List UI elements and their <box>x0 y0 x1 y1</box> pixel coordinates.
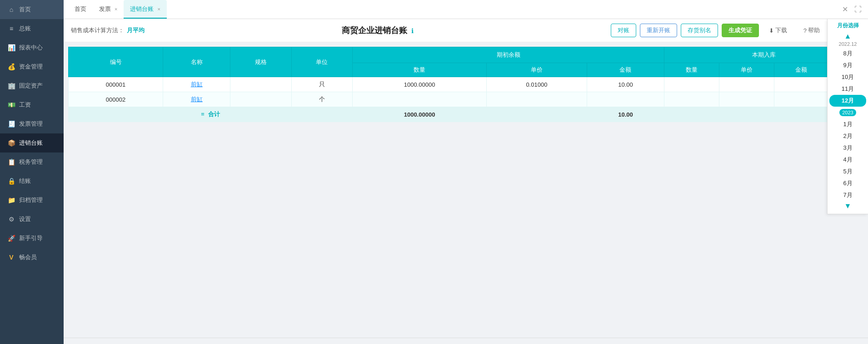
month-2[interactable]: 2月 <box>829 130 866 142</box>
sidebar-item-fund[interactable]: 💰 资金管理 <box>0 57 64 76</box>
month-10[interactable]: 10月 <box>829 71 866 83</box>
month-7[interactable]: 7月 <box>829 189 866 201</box>
archive-icon: 📁 <box>7 197 15 204</box>
tab-invoice-close[interactable]: × <box>115 6 117 12</box>
help-button[interactable]: ? 帮助 <box>797 24 826 37</box>
sidebar-item-settings[interactable]: ⚙ 设置 <box>0 210 64 229</box>
vip-icon: V <box>7 254 15 261</box>
year-2023-tag: 2023 <box>839 109 856 116</box>
table-total-row: ≡ 合计 1000.00000 10.00 <box>69 107 863 122</box>
month-4[interactable]: 4月 <box>829 154 866 166</box>
total-open-price <box>487 107 587 122</box>
tab-inventory-label: 进销台账 <box>130 5 154 13</box>
total-open-amount: 10.00 <box>587 107 664 122</box>
tab-invoice[interactable]: 发票 × <box>93 0 124 19</box>
inventory-table: 编号 名称 规格 单位 期初余额 本期入库 数量 单价 金额 数量 单价 金额 <box>68 47 863 122</box>
total-icon: ≡ <box>201 111 205 118</box>
sidebar-item-invoice[interactable]: 🧾 发票管理 <box>0 114 64 133</box>
cell-open-qty <box>352 92 486 107</box>
cell-in-qty <box>664 92 719 107</box>
cell-spec <box>230 77 291 92</box>
month-8[interactable]: 8月 <box>829 48 866 59</box>
settings-icon: ⚙ <box>7 216 15 223</box>
table-row: 000001 前缸 只 1000.00000 0.01000 10.00 <box>69 77 863 92</box>
close-account-icon: 🔒 <box>7 177 15 185</box>
sidebar-item-label: 设置 <box>19 215 31 223</box>
tab-home[interactable]: 首页 <box>68 0 93 19</box>
sidebar-item-label: 税务管理 <box>19 158 43 166</box>
cell-in-qty <box>664 77 719 92</box>
reconcile-button[interactable]: 对账 <box>611 24 636 37</box>
month-11[interactable]: 11月 <box>829 83 866 95</box>
sidebar-item-archive[interactable]: 📁 归档管理 <box>0 191 64 210</box>
cell-in-amount <box>774 77 829 92</box>
sidebar-item-label: 工资 <box>19 101 31 109</box>
toolbar-buttons: 对账 重新开账 存货别名 生成凭证 ⬇ 下载 ? 帮助 ↻ 刷新 <box>611 24 861 37</box>
month-9[interactable]: 9月 <box>829 59 866 71</box>
tab-inventory-close[interactable]: × <box>157 6 160 12</box>
month-scroll-down[interactable]: ▼ <box>829 201 866 211</box>
sidebar-item-vip[interactable]: V 畅会员 <box>0 248 64 267</box>
cost-method-label: 销售成本计算方法： <box>71 26 124 34</box>
cell-in-amount <box>774 92 829 107</box>
month-1[interactable]: 1月 <box>829 118 866 130</box>
sidebar-item-label: 结账 <box>19 177 31 185</box>
month-12[interactable]: 12月 <box>829 95 866 107</box>
sidebar-item-label: 归档管理 <box>19 196 43 204</box>
ledger-icon: ≡ <box>7 25 15 32</box>
sidebar-item-report[interactable]: 📊 报表中心 <box>0 38 64 57</box>
home-icon: ⌂ <box>7 6 15 13</box>
col-open-amount-header: 金额 <box>587 63 664 77</box>
month-6[interactable]: 6月 <box>829 177 866 189</box>
col-in-price-header: 单价 <box>719 63 774 77</box>
main-area: 首页 发票 × 进销台账 × ✕ ⛶ 销售成本计算方法： 月平均 商贸企业进销台… <box>64 0 868 344</box>
cell-open-price <box>487 92 587 107</box>
sidebar-item-label: 固定资产 <box>19 82 43 90</box>
window-close-button[interactable]: ✕ <box>840 3 850 15</box>
sidebar: ⌂ 首页 ≡ 总账 📊 报表中心 💰 资金管理 🏢 固定资产 💵 工资 🧾 发票… <box>0 0 64 344</box>
inventory-icon: 📦 <box>7 139 15 147</box>
generate-button[interactable]: 生成凭证 <box>722 24 759 37</box>
col-in-qty-header: 数量 <box>664 63 719 77</box>
month-5[interactable]: 5月 <box>829 166 866 177</box>
sidebar-item-asset[interactable]: 🏢 固定资产 <box>0 76 64 95</box>
download-button[interactable]: ⬇ 下载 <box>763 24 793 37</box>
tab-inventory[interactable]: 进销台账 × <box>124 0 166 19</box>
table-row: 000002 前缸 个 <box>69 92 863 107</box>
month-3[interactable]: 3月 <box>829 142 866 154</box>
sidebar-item-guide[interactable]: 🚀 新手引导 <box>0 229 64 248</box>
month-scroll-up[interactable]: ▲ <box>829 31 866 41</box>
sidebar-item-label: 新手引导 <box>19 234 43 242</box>
sidebar-item-label: 资金管理 <box>19 63 43 71</box>
sidebar-item-home[interactable]: ⌂ 首页 <box>0 0 64 19</box>
window-maximize-button[interactable]: ⛶ <box>853 3 863 15</box>
salary-icon: 💵 <box>7 101 15 108</box>
total-open-qty: 1000.00000 <box>352 107 486 122</box>
col-opening-header: 期初余额 <box>352 47 664 63</box>
page-title-area: 商贸企业进销台账 ℹ <box>149 25 606 36</box>
tax-icon: 📋 <box>7 158 15 166</box>
sidebar-item-tax[interactable]: 📋 税务管理 <box>0 152 64 172</box>
month-selector-panel: 月份选择 ▲ 2022.12 8月 9月 10月 11月 12月 2023 1月… <box>827 19 868 214</box>
reopen-button[interactable]: 重新开账 <box>640 24 677 37</box>
invoice-icon: 🧾 <box>7 120 15 128</box>
sidebar-item-label: 畅会员 <box>19 253 37 261</box>
sidebar-item-close[interactable]: 🔒 结账 <box>0 172 64 191</box>
help-icon: ? <box>803 27 807 34</box>
total-in-qty <box>664 107 719 122</box>
sidebar-item-ledger[interactable]: ≡ 总账 <box>0 19 64 38</box>
tab-bar: 首页 发票 × 进销台账 × ✕ ⛶ <box>64 0 868 19</box>
sidebar-item-inventory[interactable]: 📦 进销台账 <box>0 133 64 152</box>
save-alias-button[interactable]: 存货别名 <box>681 24 718 37</box>
col-id-header: 编号 <box>69 47 163 77</box>
content-area: 销售成本计算方法： 月平均 商贸企业进销台账 ℹ 对账 重新开账 存货别名 生成… <box>64 19 868 344</box>
sidebar-item-label: 进销台账 <box>19 139 43 147</box>
bottom-scrollbar[interactable] <box>64 338 868 344</box>
month-panel-title: 月份选择 <box>837 22 859 29</box>
toolbar: 销售成本计算方法： 月平均 商贸企业进销台账 ℹ 对账 重新开账 存货别名 生成… <box>64 19 868 42</box>
info-icon[interactable]: ℹ <box>411 27 414 34</box>
sidebar-item-salary[interactable]: 💵 工资 <box>0 95 64 114</box>
cell-name: 前缸 <box>163 77 230 92</box>
cost-method-value: 月平均 <box>127 26 145 34</box>
cell-spec <box>230 92 291 107</box>
